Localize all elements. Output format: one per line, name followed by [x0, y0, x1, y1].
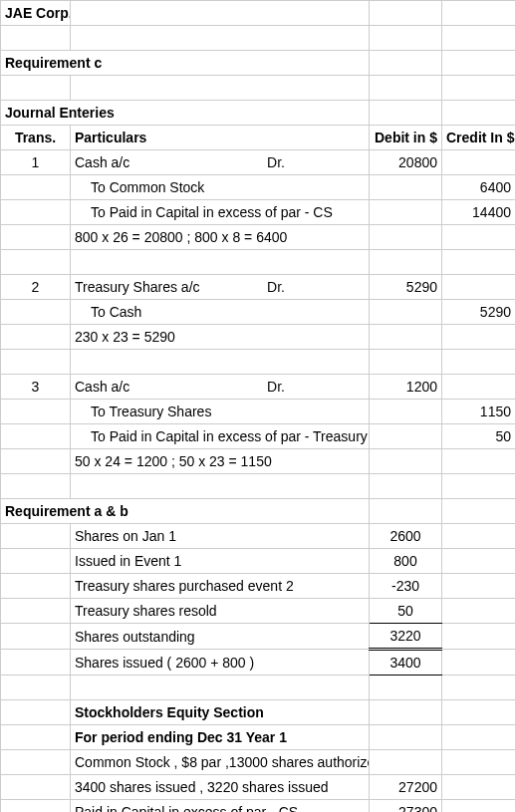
- entry-calc: 230 x 23 = 5290: [71, 325, 370, 350]
- line-label: 3400 shares issued , 3220 shares issued: [71, 775, 370, 800]
- equity-header: Stockholders Equity Section: [71, 700, 370, 725]
- line-value: 3400: [370, 650, 442, 676]
- line-value: 50: [370, 599, 442, 624]
- spreadsheet-table: JAE Corp. Requirement c Journal Enteries…: [0, 0, 515, 812]
- entry-line: Treasury Shares a/cDr.: [71, 275, 370, 300]
- entry-calc: 800 x 26 = 20800 ; 800 x 8 = 6400: [71, 225, 370, 250]
- col-trans: Trans.: [1, 126, 71, 150]
- journal-header: Journal Enteries: [1, 101, 370, 126]
- credit-val: 1150: [442, 400, 516, 424]
- requirement-ab-header: Requirement a & b: [1, 499, 370, 524]
- entry-line: To Treasury Shares: [71, 400, 370, 424]
- entry-line: Cash a/cDr.: [71, 150, 370, 175]
- line-label: Common Stock , $8 par ,13000 shares auth…: [71, 750, 370, 775]
- debit-val: 1200: [370, 375, 442, 400]
- line-label: Shares on Jan 1: [71, 524, 370, 549]
- entry-line: To Common Stock: [71, 175, 370, 200]
- entry-line: To Paid in Capital in excess of par - CS: [71, 200, 370, 225]
- credit-val: 14400: [442, 200, 516, 225]
- line-value: 2600: [370, 524, 442, 549]
- trans-num: 2: [1, 275, 71, 300]
- line-label: Shares outstanding: [71, 624, 370, 650]
- requirement-c-header: Requirement c: [1, 51, 370, 76]
- line-label: Issued in Event 1: [71, 549, 370, 574]
- trans-num: 3: [1, 375, 71, 400]
- entry-calc: 50 x 24 = 1200 ; 50 x 23 = 1150: [71, 449, 370, 474]
- line-label: Shares issued ( 2600 + 800 ): [71, 650, 370, 676]
- col-credit: Credit In $: [442, 126, 516, 150]
- entry-line: To Cash: [71, 300, 370, 325]
- col-particulars: Particulars: [71, 126, 370, 150]
- entry-line: Cash a/cDr.: [71, 375, 370, 400]
- credit-val: 50: [442, 424, 516, 449]
- line-label: Treasury shares resold: [71, 599, 370, 624]
- col-debit: Debit in $: [370, 126, 442, 150]
- line-value: 800: [370, 549, 442, 574]
- company-name: JAE Corp.: [1, 1, 71, 26]
- equity-subheader: For period ending Dec 31 Year 1: [71, 725, 370, 750]
- line-value: 27200: [370, 775, 442, 800]
- line-value: 27300: [370, 800, 442, 813]
- line-value: -230: [370, 574, 442, 599]
- debit-val: 5290: [370, 275, 442, 300]
- credit-val: 5290: [442, 300, 516, 325]
- line-label: Treasury shares purchased event 2: [71, 574, 370, 599]
- trans-num: 1: [1, 150, 71, 175]
- credit-val: 6400: [442, 175, 516, 200]
- entry-line: To Paid in Capital in excess of par - Tr…: [71, 424, 370, 449]
- line-value: 3220: [370, 624, 442, 650]
- line-label: Paid in Capital in excess of par - CS: [71, 800, 370, 813]
- debit-val: 20800: [370, 150, 442, 175]
